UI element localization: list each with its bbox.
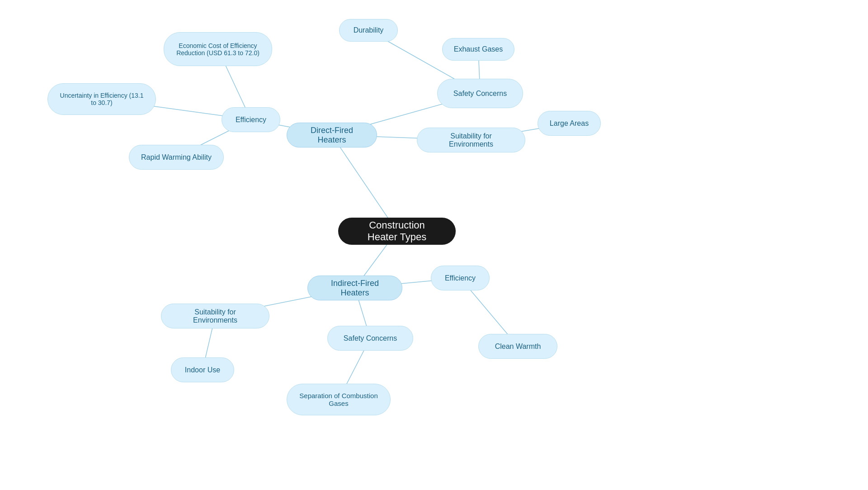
- node-economic-cost-label: Economic Cost of Efficiency Reduction (U…: [176, 42, 259, 57]
- node-indoor-use-label: Indoor Use: [185, 366, 220, 374]
- node-direct-fired[interactable]: Direct-Fired Heaters: [287, 123, 377, 147]
- node-separation[interactable]: Separation of Combustion Gases: [287, 384, 391, 415]
- node-safety-top[interactable]: Safety Concerns: [437, 79, 523, 108]
- node-suitability-top-label: Suitability for Environments: [428, 132, 514, 148]
- node-indirect-fired[interactable]: Indirect-Fired Heaters: [307, 276, 402, 300]
- node-clean-warmth[interactable]: Clean Warmth: [478, 334, 557, 359]
- node-root[interactable]: Construction Heater Types: [338, 218, 456, 245]
- node-efficiency-bottom[interactable]: Efficiency: [431, 266, 490, 290]
- node-rapid-warming-label: Rapid Warming Ability: [141, 153, 212, 162]
- node-suitability-bottom-label: Suitability for Environments: [172, 308, 258, 324]
- node-suitability-bottom[interactable]: Suitability for Environments: [161, 304, 269, 328]
- node-safety-bottom[interactable]: Safety Concerns: [327, 326, 413, 351]
- node-rapid-warming[interactable]: Rapid Warming Ability: [129, 145, 224, 170]
- node-root-label: Construction Heater Types: [355, 219, 439, 243]
- node-indirect-fired-label: Indirect-Fired Heaters: [321, 279, 389, 298]
- node-exhaust-gases[interactable]: Exhaust Gases: [442, 38, 514, 61]
- node-safety-bottom-label: Safety Concerns: [344, 334, 397, 343]
- node-suitability-top[interactable]: Suitability for Environments: [417, 128, 525, 152]
- node-efficiency-bottom-label: Efficiency: [445, 274, 476, 282]
- node-large-areas[interactable]: Large Areas: [538, 111, 601, 136]
- node-uncertainty-label: Uncertainty in Efficiency (13.1 to 30.7): [60, 92, 144, 106]
- node-indoor-use[interactable]: Indoor Use: [171, 357, 234, 382]
- node-durability-label: Durability: [354, 26, 384, 34]
- node-safety-top-label: Safety Concerns: [453, 90, 507, 98]
- svg-line-0: [332, 135, 397, 232]
- node-separation-label: Separation of Combustion Gases: [299, 392, 377, 407]
- node-large-areas-label: Large Areas: [550, 119, 589, 128]
- node-durability[interactable]: Durability: [339, 19, 398, 42]
- node-direct-fired-label: Direct-Fired Heaters: [300, 126, 364, 145]
- node-uncertainty[interactable]: Uncertainty in Efficiency (13.1 to 30.7): [47, 83, 156, 115]
- node-exhaust-gases-label: Exhaust Gases: [454, 45, 503, 53]
- node-efficiency-top-label: Efficiency: [236, 116, 266, 124]
- node-economic-cost[interactable]: Economic Cost of Efficiency Reduction (U…: [164, 32, 272, 66]
- node-clean-warmth-label: Clean Warmth: [495, 343, 541, 351]
- node-efficiency-top[interactable]: Efficiency: [222, 107, 280, 132]
